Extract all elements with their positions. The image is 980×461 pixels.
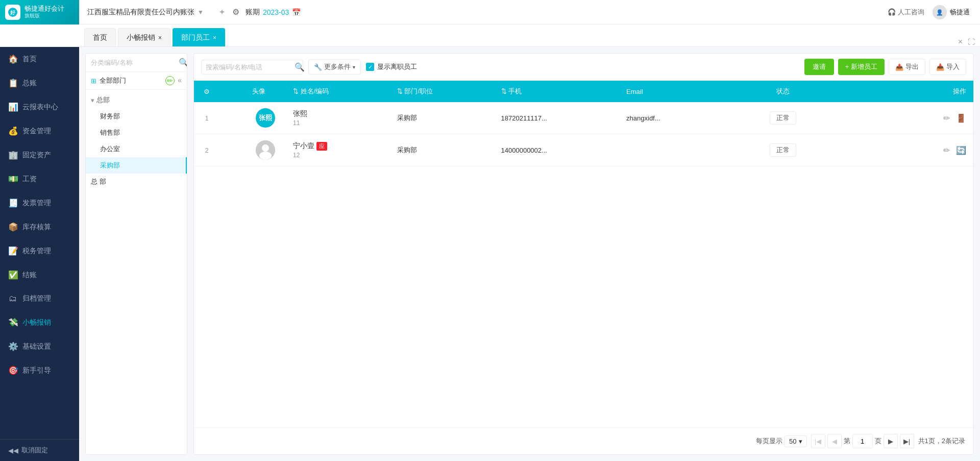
import-button[interactable]: 📥 导入 (929, 59, 966, 75)
tab-bar: 首页 小畅报销 × 部门员工 × × ⛶ (0, 25, 980, 47)
more-filters-button[interactable]: 🔧 更多条件 ▾ (308, 59, 361, 75)
next-page-button[interactable]: ▶ (884, 434, 898, 448)
add-employee-label: + 新增员工 (845, 62, 877, 71)
dept-node-caiwu[interactable]: 财务部 (86, 108, 187, 125)
col-dept[interactable]: ⇅ 部门/职位 (390, 81, 494, 102)
dept-search-icon[interactable]: 🔍 (179, 58, 187, 67)
add-employee-button[interactable]: + 新增员工 (838, 59, 885, 75)
last-page-button[interactable]: ▶| (900, 434, 914, 448)
table-toolbar: 🔍 🔧 更多条件 ▾ ✓ 显示离职员工 邀请 (194, 54, 973, 81)
add-button[interactable]: ＋ (218, 7, 226, 17)
col-settings[interactable]: ⚙ (194, 81, 219, 102)
search-box: 🔍 (201, 60, 303, 75)
sidebar-item-expense[interactable]: 💸 小畅报销 (0, 310, 79, 334)
per-page-value: 50 (789, 438, 796, 445)
dept-node-caigou[interactable]: 采购部 (86, 157, 187, 174)
sidebar-item-ledger[interactable]: 📋 总账 (0, 71, 79, 95)
prev-page-button[interactable]: ◀ (827, 434, 842, 448)
row2-dept: 采购部 (390, 134, 494, 166)
invoice-icon: 🧾 (8, 198, 17, 208)
col-num (219, 81, 245, 102)
page-size-select: 每页显示 50 ▾ (756, 435, 806, 447)
sidebar-item-invoice[interactable]: 🧾 发票管理 (0, 191, 79, 215)
tab-dept-close[interactable]: × (213, 34, 216, 41)
archive-icon: 🗂 (8, 294, 17, 303)
sidebar-item-home[interactable]: 🏠 首页 (0, 47, 79, 71)
tab-expense-close[interactable]: × (158, 34, 162, 41)
row2-delete-icon[interactable]: 🔄 (956, 145, 966, 155)
service-button[interactable]: 🎧 人工咨询 (888, 8, 924, 17)
tab-close-all[interactable]: × (958, 37, 963, 46)
table-body: 1 张熙 张熙 11 (194, 102, 973, 166)
invite-button[interactable]: 邀请 (804, 59, 834, 75)
toolbar-right: 邀请 + 新增员工 📤 导出 📥 导入 (804, 59, 966, 75)
calendar-icon[interactable]: 📅 (292, 8, 301, 16)
sidebar-item-close[interactable]: ✅ 结账 (0, 263, 79, 287)
show-resigned-label: 显示离职员工 (377, 62, 417, 71)
sidebar-item-report[interactable]: 📊 云报表中心 (0, 95, 79, 119)
row1-exit-icon[interactable]: 🚪 (956, 113, 966, 123)
sidebar-item-guide[interactable]: 🎯 新手引导 (0, 358, 79, 382)
dept-edit-icon[interactable]: ✏ (165, 76, 175, 85)
user-name: 畅捷通 (950, 8, 970, 17)
first-page-button[interactable]: |◀ (811, 434, 825, 448)
dept-collapse-icon[interactable]: « (178, 76, 182, 85)
data-table: ⚙ 头像 ⇅ 姓名/编码 ⇅ 部门/职位 ⇅ 手机 (194, 81, 973, 427)
sidebar-item-fund[interactable]: 💰 资金管理 (0, 119, 79, 143)
row2-status-badge: 正常 (770, 143, 796, 157)
search-input[interactable] (206, 63, 291, 71)
sidebar-label-inventory: 库存核算 (22, 223, 51, 232)
company-selector[interactable]: 江西服宝精品有限责任公司内账张 ▼ (79, 8, 212, 17)
company-name: 江西服宝精品有限责任公司内账张 (87, 8, 194, 17)
sidebar-cancel-fixed[interactable]: ◀◀ 取消固定 (0, 439, 79, 461)
row2-code: 12 (293, 152, 383, 159)
tab-home[interactable]: 首页 (84, 28, 116, 46)
sidebar-label-ledger: 总账 (22, 79, 37, 88)
svg-point-5 (262, 144, 269, 152)
settings-button[interactable]: ⚙ (232, 7, 239, 17)
tab-dept-staff[interactable]: 部门员工 × (173, 28, 225, 46)
tab-expand[interactable]: ⛶ (968, 38, 975, 46)
dept-node-xiaoshou[interactable]: 销售部 (86, 125, 187, 141)
row2-num: 2 (194, 134, 219, 166)
tab-expense-label: 小畅报销 (127, 33, 155, 42)
sidebar-item-tax[interactable]: 📝 税务管理 (0, 239, 79, 263)
page-input[interactable] (852, 434, 873, 448)
fund-icon: 💰 (8, 126, 17, 136)
dept-node-bangong[interactable]: 办公室 (86, 141, 187, 157)
show-resigned-toggle[interactable]: ✓ 显示离职员工 (366, 62, 417, 71)
export-label: 导出 (905, 62, 919, 71)
show-resigned-checkbox[interactable]: ✓ (366, 63, 374, 71)
dept-node-zongbu-parent[interactable]: ▾ 总部 (86, 92, 187, 108)
dept-node-zongbu2[interactable]: 总 部 (86, 174, 187, 190)
sidebar-item-archive[interactable]: 🗂 归档管理 (0, 287, 79, 310)
dept-search-input[interactable] (91, 59, 177, 66)
row1-edit-icon[interactable]: ✏ (943, 113, 950, 123)
tax-icon: 📝 (8, 246, 17, 256)
row1-status-badge: 正常 (770, 111, 796, 125)
dept-all-label[interactable]: ⊞ 全部部门 (91, 76, 126, 85)
home-icon: 🏠 (8, 54, 17, 64)
wage-icon: 💵 (8, 174, 17, 184)
page-label: 第 (844, 436, 850, 446)
sidebar-item-inventory[interactable]: 📦 库存核算 (0, 215, 79, 239)
tab-home-label: 首页 (93, 33, 107, 42)
logo-text-area: 畅捷通好会计 旗舰版 (24, 5, 64, 20)
sidebar-item-asset[interactable]: 🏢 固定资产 (0, 143, 79, 167)
row1-name: 张熙 (293, 109, 383, 118)
tab-expense[interactable]: 小畅报销 × (118, 28, 170, 46)
search-icon[interactable]: 🔍 (295, 62, 305, 72)
per-page-dropdown[interactable]: 50 ▾ (785, 435, 806, 447)
col-name[interactable]: ⇅ 姓名/编码 (286, 81, 390, 102)
col-status: 状态 (719, 81, 846, 102)
user-area[interactable]: 👤 畅捷通 (933, 5, 970, 19)
logo-icon: 好 (5, 5, 20, 20)
row2-email (619, 134, 719, 166)
sidebar-item-wage[interactable]: 💵 工资 (0, 167, 79, 191)
sidebar-item-settings[interactable]: ⚙️ 基础设置 (0, 334, 79, 358)
sidebar-label-expense: 小畅报销 (22, 318, 51, 327)
export-button[interactable]: 📤 导出 (889, 59, 925, 75)
row2-edit-icon[interactable]: ✏ (943, 145, 950, 155)
main-layout: 🏠 首页 📋 总账 📊 云报表中心 💰 资金管理 🏢 固定资产 💵 工资 🧾 发… (0, 47, 980, 461)
col-phone[interactable]: ⇅ 手机 (494, 81, 620, 102)
